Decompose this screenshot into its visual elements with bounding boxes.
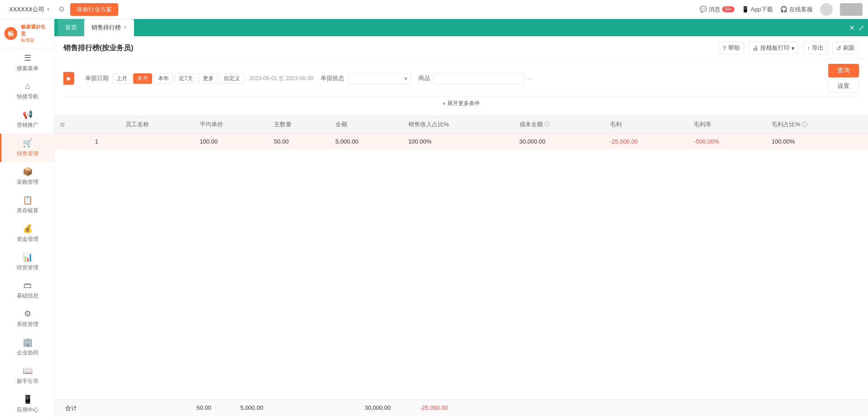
sidebar-label-search: 搜索菜单 [17, 65, 38, 72]
sidebar-label-system: 系统管理 [17, 321, 38, 328]
megaphone-icon: 📢 [23, 110, 33, 120]
help-button[interactable]: ? 帮助 [719, 42, 743, 54]
column-cost: 成本全额 ⓘ [514, 116, 604, 134]
expand-arrow-button[interactable]: ▶ [63, 72, 74, 85]
column-settings[interactable]: ⚙ [54, 116, 90, 134]
sidebar-item-inventory[interactable]: 📋 库存核算 [0, 191, 54, 219]
question-icon: ? [723, 45, 726, 52]
sidebar-label-shortcut: 快捷导航 [17, 93, 38, 101]
cart-icon: 🛒 [23, 138, 33, 148]
close-window-icon[interactable]: ✕ [849, 24, 855, 32]
header-right: 💬 消息 99+ 📱 App下载 🎧 在线客服 [700, 3, 863, 16]
column-sales-pct: 销售收入占比% [403, 116, 514, 134]
close-icon[interactable]: × [124, 24, 127, 31]
sidebar-item-system[interactable]: ⚙ 系统管理 [0, 304, 54, 333]
column-rank [90, 116, 120, 134]
date-btn-this-month[interactable]: 本月 [133, 73, 152, 84]
sidebar-item-purchase[interactable]: 📦 采购管理 [0, 162, 54, 191]
user-name[interactable] [840, 3, 863, 16]
top-header: XXXXXX公司 ▾ ⚙ 体验行业方案 💬 消息 99+ 📱 App下载 🎧 在… [0, 0, 868, 19]
table-header-row: ⚙ 员工名称 平均单价 主数量 全额 销售收入占比% 成本全额 ⓘ 毛利 [54, 116, 868, 134]
print-button[interactable]: 🖨 按模板打印 ▾ [748, 42, 799, 54]
avatar[interactable] [820, 3, 833, 16]
footer-amount: 5,000.00 [235, 404, 269, 412]
more-dots-icon[interactable]: ··· [528, 75, 533, 82]
sidebar-label-basic: 基础信息 [17, 292, 38, 300]
export-button[interactable]: ↑ 导出 [803, 42, 828, 54]
settings-icon[interactable]: ⚙ [58, 5, 65, 14]
date-btn-custom[interactable]: 自定义 [220, 73, 244, 84]
search-icon: ☰ [24, 53, 31, 63]
tab-home[interactable]: 首页 [58, 19, 84, 36]
sidebar-item-app[interactable]: 📱 应用中心 [0, 390, 54, 417]
goods-input[interactable] [434, 73, 524, 84]
date-buttons: 上月 本月 本年 近7天 更多 自定义 [112, 73, 244, 84]
row-amount: 5,000.00 [330, 134, 403, 150]
sidebar-item-basic[interactable]: 🗃 基础信息 [0, 276, 54, 304]
row-sales-pct: 100.00% [403, 134, 514, 150]
sidebar-label-finance: 资金管理 [17, 235, 38, 243]
filter-area: ▶ 单据日期 上月 本月 本年 近7天 更多 自定义 [54, 58, 868, 116]
footer-total-label: 合计 [60, 404, 82, 412]
sidebar-item-finance[interactable]: 💰 资金管理 [0, 219, 54, 248]
expand-window-icon[interactable]: ⤢ [858, 24, 864, 32]
table-container: ⚙ 员工名称 平均单价 主数量 全额 销售收入占比% 成本全额 ⓘ 毛利 [54, 116, 868, 399]
app-download-link[interactable]: 📱 App下载 [742, 5, 773, 14]
date-btn-more[interactable]: 更多 [199, 73, 218, 84]
row-avg-price: 100.00 [194, 134, 269, 150]
sidebar-item-operation[interactable]: 📊 经营管理 [0, 248, 54, 276]
column-employee: 员工名称 [120, 116, 194, 134]
chart-icon: 📊 [23, 252, 33, 262]
online-service-link[interactable]: 🎧 在线客服 [780, 5, 813, 14]
row-rank: 1 [90, 134, 120, 150]
export-icon: ↑ [807, 45, 810, 52]
expand-more-bar[interactable]: ▾ 展开更多条件 [63, 96, 859, 110]
sidebar-label-enterprise: 企业协同 [17, 349, 38, 357]
refresh-button[interactable]: ↺ 刷新 [832, 42, 859, 54]
page-title: 销售排行榜(按业务员) [63, 43, 134, 53]
column-qty: 主数量 [269, 116, 330, 134]
grosspct-info-icon: ⓘ [802, 121, 808, 128]
row-gross-pct: 100.00% [766, 134, 868, 150]
goods-label: 商品 [418, 74, 430, 82]
refresh-icon: ↺ [836, 45, 841, 52]
date-btn-last-month[interactable]: 上月 [112, 73, 131, 84]
column-gross-pct: 毛利占比% ⓘ [766, 116, 868, 134]
sidebar-label-marketing: 营销推广 [17, 121, 38, 129]
sidebar-label-newbie: 新手引导 [17, 378, 38, 385]
table-row: 1 100.00 50.00 5,000.00 100.00% 30,000.0… [54, 134, 868, 150]
sidebar-item-newbie[interactable]: 📖 新手引导 [0, 361, 54, 390]
logo-area: 畅 畅康通好生意 标准版 [0, 19, 54, 48]
date-btn-7days[interactable]: 近7天 [175, 73, 197, 84]
sidebar-item-search[interactable]: ☰ 搜索菜单 [0, 48, 54, 77]
home-icon: ⌂ [25, 81, 30, 91]
sidebar-label-purchase: 采购管理 [17, 178, 38, 186]
sidebar: 畅 畅康通好生意 标准版 ☰ 搜索菜单 ⌂ 快捷导航 📢 营销推广 🛒 销售管理… [0, 19, 54, 417]
date-label: 单据日期 [85, 74, 109, 82]
message-area[interactable]: 💬 消息 99+ [700, 5, 734, 14]
date-filter: 单据日期 上月 本月 本年 近7天 更多 自定义 [85, 73, 244, 84]
sidebar-item-shortcut[interactable]: ⌂ 快捷导航 [0, 77, 54, 105]
status-label: 单据状态 [321, 74, 344, 82]
sidebar-item-enterprise[interactable]: 🏢 企业协同 [0, 333, 54, 361]
app-download-label: App下载 [751, 5, 773, 14]
goods-filter: 商品 ··· [418, 73, 533, 84]
query-button[interactable]: 查询 [828, 64, 859, 77]
sidebar-label-operation: 经营管理 [17, 264, 38, 272]
tab-sales-rank[interactable]: 销售排行榜 × [84, 19, 134, 36]
data-table: ⚙ 员工名称 平均单价 主数量 全额 销售收入占比% 成本全额 ⓘ 毛利 [54, 116, 868, 150]
logo-icon: 畅 [4, 26, 18, 41]
trial-button[interactable]: 体验行业方案 [70, 3, 118, 16]
column-gross: 毛利 [604, 116, 689, 134]
company-selector[interactable]: XXXXXX公司 ▾ [5, 4, 53, 15]
row-cost: 30,000.00 [514, 134, 604, 150]
print-chevron-icon: ▾ [791, 45, 795, 52]
date-btn-this-year[interactable]: 本年 [154, 73, 173, 84]
status-select[interactable] [348, 73, 411, 84]
table-settings-button[interactable]: 设置 [828, 79, 859, 93]
sidebar-item-marketing[interactable]: 📢 营销推广 [0, 105, 54, 134]
sidebar-item-sales[interactable]: 🛒 销售管理 [0, 134, 54, 162]
page-header: 销售排行榜(按业务员) ? 帮助 🖨 按模板打印 ▾ ↑ 导出 [54, 36, 868, 58]
date-range-text: 2023-06-01 至 2023-06-30 [249, 75, 313, 82]
company-name: XXXXXX公司 [9, 5, 44, 14]
